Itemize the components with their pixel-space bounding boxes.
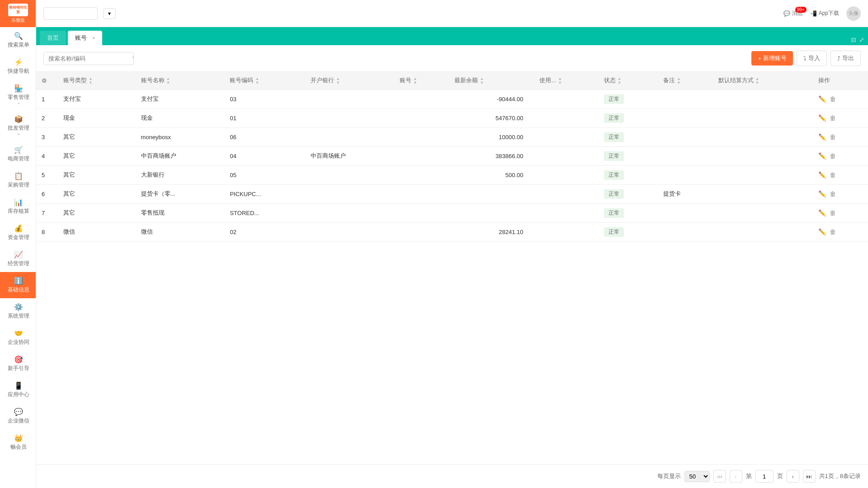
row-bank [305, 165, 394, 184]
row-status: 正常 [599, 146, 658, 165]
row-actions: ✏️ 🗑 [813, 203, 868, 222]
col-settings[interactable]: ⚙ [36, 72, 58, 89]
last-page-button[interactable]: ⏭ [803, 470, 816, 483]
row-account [394, 222, 449, 241]
row-code: 05 [224, 165, 305, 184]
edit-icon[interactable]: ✏️ [818, 209, 826, 216]
sidebar-item-retail[interactable]: 🏪 零售管理 ▾ [0, 80, 36, 110]
row-default-payment [713, 108, 813, 127]
col-bank[interactable]: 开户银行▲▼ [305, 72, 394, 89]
sidebar-item-wechat[interactable]: 💬 企业微信 [0, 403, 36, 429]
col-usage[interactable]: 使用...▲▼ [534, 72, 598, 89]
edit-icon[interactable]: ✏️ [818, 95, 826, 103]
sidebar-item-search[interactable]: 🔍 搜索菜单 [0, 27, 36, 53]
tab-expand-icon[interactable]: ⤢ [859, 36, 864, 43]
next-page-button[interactable]: › [787, 470, 799, 483]
page-size-select[interactable]: 50 20 100 [684, 471, 710, 482]
user-avatar[interactable]: 头像 [846, 6, 861, 21]
status-badge: 正常 [604, 208, 624, 218]
delete-icon[interactable]: 🗑 [830, 171, 836, 178]
sidebar-item-basic-info[interactable]: ℹ️ 基础信息 [0, 272, 36, 298]
tab-account[interactable]: 账号 × [68, 31, 102, 45]
delete-icon[interactable]: 🗑 [830, 152, 836, 160]
row-num: 8 [36, 222, 58, 241]
sidebar-item-label: 采购管理 [8, 181, 29, 189]
delete-icon[interactable]: 🗑 [830, 114, 836, 122]
row-balance: 383866.00 [449, 146, 534, 165]
table-row: 7 其它 零售抵现 STORED... 正常 ✏️ 🗑 [36, 203, 868, 222]
sidebar-item-system[interactable]: ⚙️ 系统管理 [0, 298, 36, 324]
sidebar-item-label: 应用中心 [8, 391, 29, 399]
member-icon: 👑 [14, 434, 23, 442]
row-status: 正常 [599, 203, 658, 222]
edit-icon[interactable]: ✏️ [818, 228, 826, 235]
delete-icon[interactable]: 🗑 [830, 190, 836, 197]
dropdown-button[interactable]: ▾ [103, 8, 116, 19]
row-status: 正常 [599, 127, 658, 146]
add-icon: + [758, 55, 761, 62]
col-type[interactable]: 账号类型▲▼ [58, 72, 136, 89]
guide-icon: 🎯 [14, 355, 23, 364]
table-row: 8 微信 微信 02 28241.10 正常 ✏️ 🗑 [36, 222, 868, 241]
col-balance[interactable]: 最新余额▲▼ [449, 72, 534, 89]
sidebar-item-shortcut[interactable]: ⚡ 快捷导航 [0, 53, 36, 80]
delete-icon[interactable]: 🗑 [830, 95, 836, 103]
col-remark[interactable]: 备注▲▼ [658, 72, 713, 89]
tab-collapse-icon[interactable]: ⊟ [851, 36, 856, 43]
delete-icon[interactable]: 🗑 [830, 228, 836, 235]
col-status[interactable]: 状态▲▼ [599, 72, 658, 89]
app-download-button[interactable]: 📲 App下载 [810, 9, 839, 17]
message-icon: 💬 [783, 10, 790, 17]
col-name[interactable]: 账号名称▲▼ [136, 72, 225, 89]
sidebar-item-guide[interactable]: 🎯 新手引导 [0, 351, 36, 377]
sidebar-item-label: 资金管理 [8, 234, 29, 241]
sidebar-item-wholesale[interactable]: 📦 批发管理 ▾ [0, 110, 36, 141]
tab-home[interactable]: 首页 [40, 31, 66, 45]
sidebar-item-ecommerce[interactable]: 🛒 电商管理 [0, 141, 36, 167]
page-input[interactable] [755, 470, 774, 483]
edit-icon[interactable]: ✏️ [818, 152, 826, 160]
prev-page-button[interactable]: ‹ [730, 470, 742, 483]
search-button[interactable]: 🔍 [129, 52, 134, 65]
row-default-payment [713, 203, 813, 222]
add-account-button[interactable]: + 新增账号 [751, 51, 793, 66]
search-group: 🔍 [43, 52, 134, 65]
tab-close-icon[interactable]: × [92, 35, 95, 41]
edit-icon[interactable]: ✏️ [818, 190, 826, 197]
app-center-icon: 📱 [14, 381, 23, 390]
action-icons: ✏️ 🗑 [818, 228, 863, 235]
sidebar-item-finance[interactable]: 💰 资金管理 [0, 220, 36, 246]
row-balance [449, 184, 534, 203]
delete-icon[interactable]: 🗑 [830, 209, 836, 216]
edit-icon[interactable]: ✏️ [818, 171, 826, 178]
row-usage [534, 108, 598, 127]
export-button[interactable]: ⤴ 导出 [830, 51, 861, 66]
sidebar-item-member[interactable]: 👑 畅会员 [0, 429, 36, 455]
app-logo: 粮柿销对生意 乐雅版 [0, 0, 36, 27]
sidebar-item-app-center[interactable]: 📱 应用中心 [0, 377, 36, 403]
row-name: 大新银行 [136, 165, 225, 184]
first-page-button[interactable]: ⏮ [713, 470, 726, 483]
import-button[interactable]: ⤵ 导入 [797, 51, 827, 66]
col-default-payment[interactable]: 默认结算方式▲▼ [713, 72, 813, 89]
basic-info-icon: ℹ️ [14, 277, 23, 285]
delete-icon[interactable]: 🗑 [830, 133, 836, 141]
col-code[interactable]: 账号编码▲▼ [224, 72, 305, 89]
edit-icon[interactable]: ✏️ [818, 114, 826, 122]
search-input[interactable] [44, 52, 129, 65]
sidebar-item-inventory[interactable]: 📊 库存核算 [0, 193, 36, 220]
sidebar-item-business[interactable]: 📈 经营管理 [0, 246, 36, 272]
top-search-input[interactable] [43, 7, 98, 20]
retail-icon: 🏪 [14, 84, 23, 93]
message-button[interactable]: 💬 消息 99+ [783, 9, 803, 17]
wechat-icon: 💬 [14, 408, 23, 416]
pagination: 每页显示 50 20 100 ⏮ ‹ 第 页 › ⏭ 共1页，8条记录 [36, 464, 868, 488]
sidebar-item-enterprise[interactable]: 🤝 企业协同 [0, 324, 36, 351]
row-remark [658, 108, 713, 127]
sidebar-item-purchase[interactable]: 📋 采购管理 [0, 167, 36, 193]
edit-icon[interactable]: ✏️ [818, 133, 826, 141]
table-row: 2 现金 现金 01 547670.00 正常 ✏️ 🗑 [36, 108, 868, 127]
col-account[interactable]: 账号▲▼ [394, 72, 449, 89]
row-status: 正常 [599, 108, 658, 127]
row-bank [305, 184, 394, 203]
